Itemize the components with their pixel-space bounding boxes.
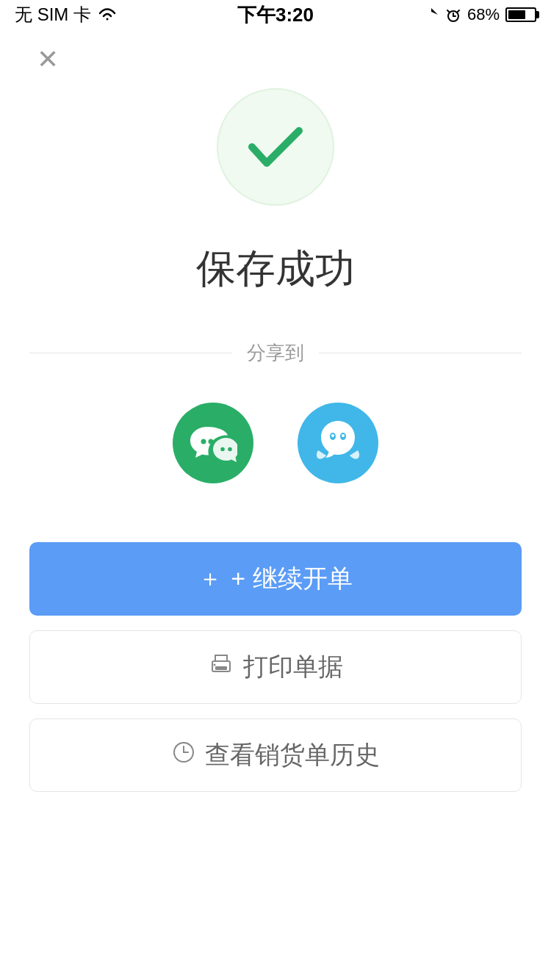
history-button[interactable]: 查看销货单历史: [29, 718, 522, 792]
status-bar: 无 SIM 卡 下午3:20 68%: [0, 0, 551, 29]
svg-rect-10: [215, 666, 227, 670]
status-bar-right: 68%: [423, 5, 536, 24]
divider-right: [319, 353, 522, 353]
status-bar-time: 下午3:20: [237, 2, 314, 28]
svg-point-2: [209, 439, 214, 444]
print-label: 打印单据: [243, 650, 343, 684]
printer-icon: [208, 652, 234, 682]
svg-point-3: [220, 447, 225, 452]
sim-status: 无 SIM 卡: [15, 3, 91, 26]
share-label: 分享到: [232, 340, 319, 366]
history-label: 查看销货单历史: [205, 738, 380, 772]
share-icons: [173, 403, 378, 483]
action-buttons: ＋ + 继续开单 打印单据 查看销货单历: [0, 542, 551, 792]
plus-icon: ＋: [198, 563, 222, 595]
svg-point-7: [331, 434, 334, 437]
battery-percent: 68%: [467, 5, 500, 24]
svg-point-8: [342, 434, 345, 437]
close-icon: ✕: [37, 46, 59, 73]
wifi-icon: [97, 7, 118, 22]
status-bar-left: 无 SIM 卡: [15, 3, 118, 26]
location-icon: [423, 7, 439, 23]
success-icon-circle: [217, 88, 334, 206]
continue-label: + 继续开单: [231, 562, 352, 596]
share-section: 分享到: [0, 340, 551, 366]
alarm-icon: [445, 7, 461, 23]
print-button[interactable]: 打印单据: [29, 630, 522, 704]
close-button[interactable]: ✕: [29, 41, 66, 78]
divider-left: [29, 353, 232, 353]
svg-point-11: [214, 664, 216, 666]
wechat-icon: [189, 421, 237, 465]
qq-share-button[interactable]: [298, 403, 378, 483]
svg-point-1: [201, 439, 206, 444]
success-title: 保存成功: [196, 242, 355, 296]
wechat-share-button[interactable]: [173, 403, 253, 483]
clock-icon: [171, 740, 196, 771]
continue-button[interactable]: ＋ + 继续开单: [29, 542, 522, 616]
checkmark-icon: [246, 125, 305, 169]
main-content: 保存成功 分享到: [0, 29, 551, 792]
battery-icon: [505, 7, 536, 22]
qq-icon: [314, 417, 362, 469]
svg-point-4: [228, 447, 232, 452]
